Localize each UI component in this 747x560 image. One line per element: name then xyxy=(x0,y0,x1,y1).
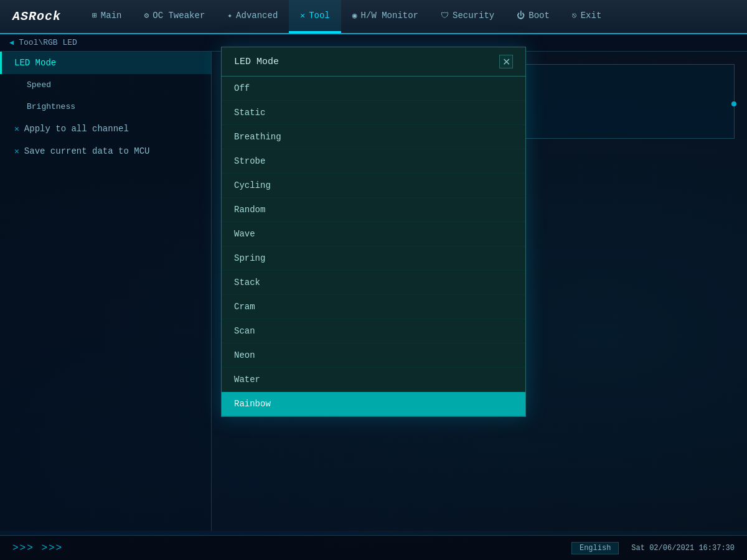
tab-icon-exit: ⎋ xyxy=(572,11,577,21)
dialog-item-cram[interactable]: Cram xyxy=(222,295,525,319)
logo-text: ASRock xyxy=(12,9,61,24)
tab-label-tool: Tool xyxy=(309,11,330,21)
dialog-header: LED Mode ✕ xyxy=(222,47,525,77)
nav-tab-oc-tweaker[interactable]: ⚙OC Tweaker xyxy=(133,0,216,33)
tab-icon-hw-monitor: ◉ xyxy=(352,11,357,21)
dialog-item-wave[interactable]: Wave xyxy=(222,222,525,246)
nav-tab-main[interactable]: ⊞Main xyxy=(81,0,133,33)
tab-icon-advanced: ✦ xyxy=(227,11,232,21)
footer: >>> >>> English Sat 02/06/2021 16:37:30 xyxy=(0,535,747,560)
tab-icon-main: ⊞ xyxy=(92,11,97,21)
dialog-item-breathing[interactable]: Breathing xyxy=(222,125,525,149)
footer-arrows: >>> >>> xyxy=(12,543,63,554)
dialog-item-spring[interactable]: Spring xyxy=(222,246,525,271)
dialog-item-strobe[interactable]: Strobe xyxy=(222,149,525,174)
tab-icon-oc-tweaker: ⚙ xyxy=(144,11,149,21)
dialog-item-water[interactable]: Water xyxy=(222,368,525,392)
nav-tab-advanced[interactable]: ✦Advanced xyxy=(216,0,289,33)
nav-tab-security[interactable]: 🛡Security xyxy=(430,0,505,33)
dialog-close-button[interactable]: ✕ xyxy=(499,55,513,68)
nav-tab-tool[interactable]: ✕Tool xyxy=(289,0,341,33)
tab-icon-boot: ⏻ xyxy=(517,11,525,21)
dialog-overlay: LED Mode ✕ OffStaticBreathingStrobeCycli… xyxy=(0,34,747,535)
tab-icon-security: 🛡 xyxy=(441,11,449,21)
tab-label-hw-monitor: H/W Monitor xyxy=(361,11,418,21)
dialog-item-stack[interactable]: Stack xyxy=(222,271,525,295)
dialog-item-cycling[interactable]: Cycling xyxy=(222,174,525,198)
footer-datetime: Sat 02/06/2021 16:37:30 xyxy=(631,544,735,553)
nav-tabs: ⊞Main⚙OC Tweaker✦Advanced✕Tool◉H/W Monit… xyxy=(81,0,747,33)
tab-label-boot: Boot xyxy=(529,11,550,21)
dialog-item-rainbow[interactable]: Rainbow xyxy=(222,392,525,416)
dialog-title: LED Mode xyxy=(234,57,279,67)
tab-label-advanced: Advanced xyxy=(236,11,278,21)
nav-tab-exit[interactable]: ⎋Exit xyxy=(561,0,613,33)
dialog-item-scan[interactable]: Scan xyxy=(222,319,525,343)
dialog-list[interactable]: OffStaticBreathingStrobeCyclingRandomWav… xyxy=(222,77,525,416)
footer-language[interactable]: English xyxy=(571,542,619,554)
dialog-item-static[interactable]: Static xyxy=(222,101,525,125)
dialog-item-off[interactable]: Off xyxy=(222,77,525,101)
tab-label-main: Main xyxy=(101,11,122,21)
logo: ASRock xyxy=(0,0,81,33)
nav-tab-hw-monitor[interactable]: ◉H/W Monitor xyxy=(341,0,430,33)
header: ASRock ⊞Main⚙OC Tweaker✦Advanced✕Tool◉H/… xyxy=(0,0,747,34)
tab-label-oc-tweaker: OC Tweaker xyxy=(153,11,205,21)
led-mode-dialog: LED Mode ✕ OffStaticBreathingStrobeCycli… xyxy=(221,47,526,417)
tab-icon-tool: ✕ xyxy=(300,11,305,21)
tab-label-security: Security xyxy=(453,11,494,21)
footer-right: English Sat 02/06/2021 16:37:30 xyxy=(571,542,735,554)
tab-label-exit: Exit xyxy=(581,11,602,21)
dialog-item-random[interactable]: Random xyxy=(222,198,525,222)
dialog-item-neon[interactable]: Neon xyxy=(222,343,525,368)
nav-tab-boot[interactable]: ⏻Boot xyxy=(505,0,561,33)
